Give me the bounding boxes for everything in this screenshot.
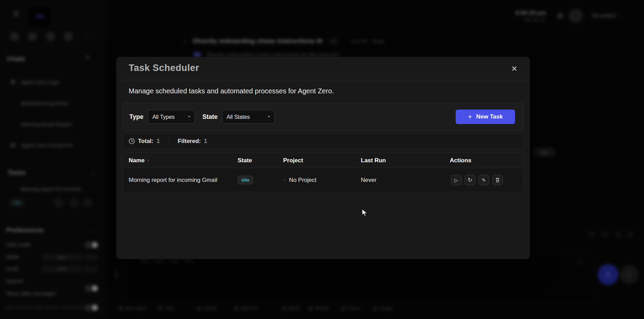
column-header-actions: Actions (450, 157, 523, 164)
stats-bar: Total: 1 · Filtered: 1 (122, 133, 524, 149)
new-task-button[interactable]: + New Task (456, 110, 515, 124)
tasks-table: Name↑ State Project Last Run Actions Mor… (122, 153, 524, 192)
task-last-run: Never (361, 177, 450, 184)
edit-icon: ✎ (482, 177, 486, 183)
state-filter-select[interactable]: All States (222, 110, 275, 124)
mouse-cursor (361, 209, 368, 217)
edit-task-button[interactable]: ✎ (478, 175, 489, 185)
run-task-button[interactable]: ▷ (451, 175, 462, 185)
name-header-label: Name (129, 157, 145, 164)
column-header-name[interactable]: Name↑ (123, 157, 238, 164)
column-header-project[interactable]: Project (283, 157, 361, 164)
task-actions: ▷ ↻ ✎ (450, 175, 523, 185)
column-header-state[interactable]: State (238, 157, 283, 164)
refresh-icon: ↻ (468, 177, 472, 183)
task-name: Morning report for incoming Gmail (123, 177, 238, 184)
modal-description: Manage scheduled tasks and automated pro… (129, 87, 334, 95)
trash-icon (495, 177, 500, 183)
task-project-cell: ○ No Project (283, 177, 361, 184)
filtered-value: 1 (204, 138, 207, 145)
app-screen: ☰ A0 ‹ Chats ✎ Agent Zero Logs Brainstor… (0, 0, 644, 319)
table-header-row: Name↑ State Project Last Run Actions (123, 153, 523, 168)
modal-title: Task Scheduler (129, 63, 199, 73)
filtered-label: Filtered: (178, 138, 201, 145)
close-icon[interactable]: ✕ (508, 63, 520, 75)
task-scheduler-modal: Task Scheduler ✕ Manage scheduled tasks … (116, 57, 530, 259)
column-header-last-run[interactable]: Last Run (361, 157, 450, 164)
filter-bar: Type All Types ⌄ State All States ⌄ + Ne… (122, 103, 524, 131)
separator-dot: · (168, 138, 170, 145)
state-badge: Idle (238, 176, 253, 184)
sort-ascending-icon: ↑ (147, 158, 149, 163)
type-filter-select[interactable]: All Types (148, 110, 195, 124)
clock-icon (129, 138, 135, 144)
table-row[interactable]: Morning report for incoming Gmail Idle ○… (123, 168, 523, 192)
play-icon: ▷ (454, 177, 458, 183)
state-filter-label: State (202, 113, 218, 121)
project-circle-icon: ○ (283, 177, 286, 183)
delete-task-button[interactable] (492, 175, 503, 185)
modal-header: Task Scheduler ✕ (116, 57, 530, 80)
type-filter-label: Type (129, 113, 143, 121)
new-task-label: New Task (476, 113, 503, 120)
total-label: Total: (138, 138, 153, 145)
project-header-label: Project (283, 157, 303, 164)
reload-task-button[interactable]: ↻ (465, 175, 475, 185)
task-state-cell: Idle (238, 176, 283, 184)
actions-header-label: Actions (450, 157, 471, 164)
task-project: No Project (289, 177, 316, 184)
plus-icon: + (468, 113, 472, 121)
total-value: 1 (157, 138, 160, 145)
last-run-header-label: Last Run (361, 157, 386, 164)
state-header-label: State (238, 157, 252, 164)
